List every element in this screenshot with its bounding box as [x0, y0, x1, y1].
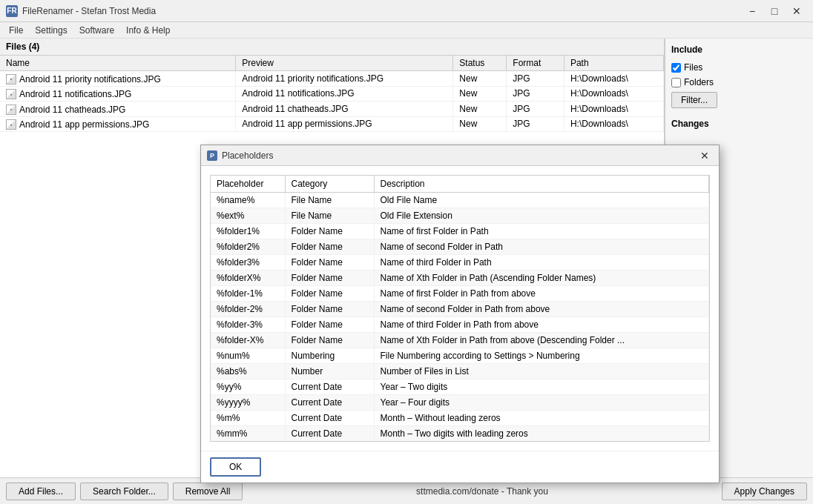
list-item[interactable]: %folder3% Folder Name Name of third Fold… [211, 255, 709, 271]
placeholder-cell: %folder2% [211, 239, 285, 255]
search-folder-button[interactable]: Search Folder... [80, 483, 168, 500]
menu-software[interactable]: Software [73, 24, 120, 37]
menu-info-help[interactable]: Info & Help [120, 24, 176, 37]
app-icon: FR [6, 5, 18, 17]
modal-footer: OK [201, 451, 719, 483]
category-cell: Folder Name [285, 271, 374, 286]
description-cell: Name of Xth Folder in Path from above (D… [374, 333, 709, 348]
list-item[interactable]: %mm% Current Date Month – Two digits wit… [211, 426, 709, 442]
maximize-button[interactable]: □ [764, 4, 785, 19]
col-description-header: Description [374, 176, 709, 193]
category-cell: Folder Name [285, 224, 374, 239]
col-placeholder-header: Placeholder [211, 176, 285, 193]
category-cell: Folder Name [285, 317, 374, 333]
include-title: Include [671, 44, 807, 55]
category-cell: Number [285, 364, 374, 379]
files-checkbox[interactable] [671, 63, 681, 73]
file-format-cell: JPG [507, 71, 565, 87]
status-text: sttmedia.com/donate - Thank you [247, 486, 717, 497]
add-files-button[interactable]: Add Files... [6, 483, 76, 500]
category-cell: Current Date [285, 411, 374, 426]
placeholder-table-scroll[interactable]: Placeholder Category Description %name% … [211, 176, 709, 441]
placeholders-modal: P Placeholders ✕ Placeholder Category De… [200, 145, 720, 483]
files-checkbox-label: Files [684, 62, 702, 73]
table-row[interactable]: ▪Android 11 priority notifications.JPG A… [0, 71, 664, 87]
close-button[interactable]: ✕ [786, 4, 807, 19]
changes-title: Changes [671, 119, 807, 129]
file-name-cell: ▪Android 11 priority notifications.JPG [0, 71, 236, 87]
modal-close-button[interactable]: ✕ [697, 149, 713, 162]
description-cell: Old File Name [374, 193, 709, 208]
app-title: FileRenamer - Stefan Trost Media [22, 6, 156, 16]
menu-file[interactable]: File [3, 24, 29, 37]
list-item[interactable]: %folder-2% Folder Name Name of second Fo… [211, 302, 709, 317]
description-cell: Name of Xth Folder in Path (Ascending Fo… [374, 271, 709, 286]
list-item[interactable]: %name% File Name Old File Name [211, 193, 709, 208]
col-preview: Preview [236, 56, 453, 71]
bottom-left-buttons: Add Files... Search Folder... Remove All [6, 483, 243, 500]
category-cell: Current Date [285, 379, 374, 395]
placeholder-cell: %name% [211, 193, 285, 208]
category-cell: File Name [285, 208, 374, 224]
list-item[interactable]: %folder1% Folder Name Name of first Fold… [211, 224, 709, 239]
table-row[interactable]: ▪Android 11 chatheads.JPG Android 11 cha… [0, 102, 664, 117]
menu-settings[interactable]: Settings [29, 24, 73, 37]
menu-bar: File Settings Software Info & Help [0, 22, 813, 39]
category-cell: Folder Name [285, 239, 374, 255]
list-item[interactable]: %abs% Number Number of Files in List [211, 364, 709, 379]
list-item[interactable]: %m% Current Date Month – Without leading… [211, 411, 709, 426]
category-cell: Folder Name [285, 333, 374, 348]
description-cell: File Numbering according to Settings > N… [374, 348, 709, 364]
placeholder-cell: %folder-3% [211, 317, 285, 333]
list-item[interactable]: %num% Numbering File Numbering according… [211, 348, 709, 364]
list-item[interactable]: %folder-X% Folder Name Name of Xth Folde… [211, 333, 709, 348]
modal-icon: P [207, 150, 217, 161]
description-cell: Year – Two digits [374, 379, 709, 395]
table-row[interactable]: ▪Android 11 app permissions.JPG Android … [0, 116, 664, 132]
apply-changes-button[interactable]: Apply Changes [722, 483, 807, 500]
list-item[interactable]: %yy% Current Date Year – Two digits [211, 379, 709, 395]
placeholder-cell: %abs% [211, 364, 285, 379]
list-item[interactable]: %folderX% Folder Name Name of Xth Folder… [211, 271, 709, 286]
file-status-cell: New [453, 116, 507, 132]
description-cell: Month – Two digits with leading zeros [374, 426, 709, 442]
placeholder-table-container: Placeholder Category Description %name% … [210, 175, 710, 442]
ok-button[interactable]: OK [210, 457, 261, 477]
list-item[interactable]: %folder-3% Folder Name Name of third Fol… [211, 317, 709, 333]
folders-checkbox[interactable] [671, 78, 681, 87]
filter-button[interactable]: Filter... [671, 92, 717, 108]
col-category-header: Category [285, 176, 374, 193]
modal-content: Placeholder Category Description %name% … [201, 166, 719, 451]
modal-title: Placeholders [222, 150, 273, 161]
file-preview-cell: Android 11 chatheads.JPG [236, 102, 453, 117]
category-cell: Folder Name [285, 286, 374, 302]
file-path-cell: H:\Downloads\ [564, 116, 663, 132]
category-cell: Current Date [285, 426, 374, 442]
table-row[interactable]: ▪Android 11 notifications.JPG Android 11… [0, 86, 664, 102]
file-path-cell: H:\Downloads\ [564, 71, 663, 87]
file-name-cell: ▪Android 11 app permissions.JPG [0, 116, 236, 132]
file-status-cell: New [453, 86, 507, 102]
description-cell: Name of first Folder in Path from above [374, 286, 709, 302]
col-status: Status [453, 56, 507, 71]
file-format-cell: JPG [507, 116, 565, 132]
minimize-button[interactable]: − [742, 4, 763, 19]
folders-checkbox-row[interactable]: Folders [671, 77, 807, 87]
files-checkbox-row[interactable]: Files [671, 62, 807, 73]
placeholder-cell: %folder-1% [211, 286, 285, 302]
file-path-cell: H:\Downloads\ [564, 86, 663, 102]
folders-checkbox-label: Folders [684, 77, 714, 87]
placeholder-cell: %num% [211, 348, 285, 364]
list-item[interactable]: %ext% File Name Old File Extension [211, 208, 709, 224]
list-item[interactable]: %folder2% Folder Name Name of second Fol… [211, 239, 709, 255]
remove-all-button[interactable]: Remove All [173, 483, 243, 500]
file-path-cell: H:\Downloads\ [564, 102, 663, 117]
col-format: Format [507, 56, 565, 71]
list-item[interactable]: %folder-1% Folder Name Name of first Fol… [211, 286, 709, 302]
description-cell: Year – Four digits [374, 395, 709, 411]
list-item[interactable]: %yyyy% Current Date Year – Four digits [211, 395, 709, 411]
category-cell: Numbering [285, 348, 374, 364]
category-cell: Current Date [285, 395, 374, 411]
placeholder-cell: %folder-2% [211, 302, 285, 317]
placeholder-cell: %folderX% [211, 271, 285, 286]
